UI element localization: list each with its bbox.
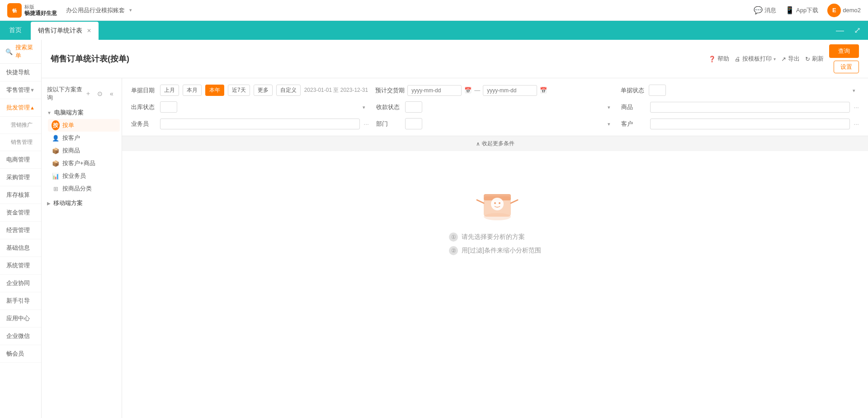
sidebar-item-ecommerce[interactable]: 电商管理 (0, 151, 41, 169)
app-name-text: 办公用品行业模拟账套 (66, 6, 125, 14)
sidebar-item-basic[interactable]: 基础信息 (0, 239, 41, 257)
tab-stats[interactable]: 销售订单统计表 ✕ (31, 22, 99, 40)
expected-date-start-input[interactable] (407, 85, 462, 96)
tree-child-by-salesman[interactable]: 📊 按业务员 (48, 170, 120, 182)
right-panel: 单据日期 上月 本月 本年 近7天 更多 自定义 2023-01-01 至 20… (122, 78, 868, 418)
date-btn-thisyear[interactable]: 本年 (205, 85, 224, 96)
print-icon: 🖨 (735, 56, 741, 62)
date-btn-thismonth[interactable]: 本月 (183, 85, 202, 96)
settings-scheme-button[interactable]: ⊙ (95, 89, 104, 98)
sidebar-item-purchase[interactable]: 采购管理 (0, 169, 41, 186)
collapse-bar[interactable]: ∧ 收起更多条件 (122, 136, 868, 151)
empty-tip-2: ② 用[过滤]条件来缩小分析范围 (449, 246, 541, 255)
app-download-button[interactable]: 📱 App下载 (785, 6, 818, 14)
sidebar-item-appcenter[interactable]: 应用中心 (0, 310, 41, 328)
status-label: 单据状态 (621, 86, 646, 95)
tree-child-by-customer[interactable]: 👤 按客户 (48, 132, 120, 144)
sidebar-item-operations[interactable]: 经营管理 (0, 222, 41, 239)
salesman-input[interactable] (160, 119, 360, 129)
top-bar: 畅 标版 畅捷通好生意 办公用品行业模拟账套 ▾ 💬 消息 📱 App下载 E … (0, 0, 868, 21)
tree-parent-mobile[interactable]: ▶ 移动端方案 (43, 197, 120, 209)
tab-bar: 首页 销售订单统计表 ✕ — ⤢ (0, 21, 868, 40)
tree-child-by-customer-goods[interactable]: 📦 按客户+商品 (48, 157, 120, 170)
customer-input[interactable] (650, 119, 850, 129)
sidebar-item-wholesale[interactable]: 批发管理 ▲ (0, 99, 41, 117)
sidebar-search[interactable]: 🔍 搜索菜单 (0, 40, 41, 64)
goods-dots-button[interactable]: ··· (854, 104, 859, 111)
app-download-icon: 📱 (785, 6, 794, 14)
content-area: 销售订单统计表(按单) ❓ 帮助 🖨 按模板打印 ▾ ↗ 导出 ↻ 刷新 (42, 40, 868, 418)
logo-text-area: 标版 畅捷通好生意 (24, 4, 57, 17)
tree-child-by-category[interactable]: ⊞ 按商品分类 (48, 182, 120, 195)
help-icon: ❓ (708, 56, 716, 62)
sidebar-label-wholesale: 批发管理 (6, 104, 30, 112)
customer-label: 客户 (621, 120, 646, 128)
refresh-icon: ↻ (805, 56, 810, 62)
sidebar-item-sales[interactable]: 销售管理 (0, 134, 41, 151)
date-btn-lastmonth[interactable]: 上月 (160, 85, 179, 96)
out-status-select[interactable] (160, 101, 177, 113)
date-btn-custom[interactable]: 自定义 (276, 85, 301, 96)
sidebar-item-member[interactable]: 畅会员 (0, 345, 41, 363)
customer-dots-button[interactable]: ··· (854, 120, 859, 128)
app-name-dropdown-arrow[interactable]: ▾ (129, 7, 132, 13)
message-button[interactable]: 💬 消息 (754, 6, 776, 14)
sidebar-search-label: 搜索菜单 (15, 43, 36, 60)
user-name: demo2 (843, 7, 861, 14)
date-range-text: 2023-01-01 至 2023-12-31 (304, 86, 368, 94)
tree-child-by-order[interactable]: 按 按单 (48, 119, 120, 132)
sidebar-item-enterprise-wx[interactable]: 企业微信 (0, 328, 41, 345)
dept-select[interactable] (405, 118, 422, 129)
filter-area: 单据日期 上月 本月 本年 近7天 更多 自定义 2023-01-01 至 20… (122, 78, 868, 136)
add-scheme-button[interactable]: ＋ (84, 89, 93, 98)
tree-child-by-goods[interactable]: 📦 按商品 (48, 144, 120, 157)
tree-children-pc: 按 按单 👤 按客户 📦 按商品 � (43, 119, 120, 195)
status-select[interactable] (649, 85, 666, 96)
tab-stats-close-icon[interactable]: ✕ (87, 28, 91, 34)
full-header: 销售订单统计表(按单) ❓ 帮助 🖨 按模板打印 ▾ ↗ 导出 ↻ 刷新 (42, 40, 868, 78)
tab-minimize-button[interactable]: — (834, 24, 846, 37)
svg-text:畅: 畅 (12, 8, 17, 13)
export-label: 导出 (788, 55, 800, 63)
collapse-panel-button[interactable]: « (107, 89, 116, 98)
sidebar-item-retail[interactable]: 零售管理 ▼ (0, 81, 41, 99)
filter-row-2: 出库状态 收款状态 (131, 101, 859, 113)
tree-child-by-customer-label: 按客户 (62, 134, 80, 142)
tab-maximize-button[interactable]: ⤢ (851, 24, 863, 37)
date-btn-more[interactable]: 更多 (254, 85, 273, 96)
by-customer-icon: 👤 (52, 134, 60, 142)
sidebar-label-purchase: 采购管理 (6, 173, 30, 181)
message-label: 消息 (764, 6, 776, 14)
salesman-dots-button[interactable]: ··· (363, 120, 369, 128)
refresh-button[interactable]: ↻ 刷新 (805, 55, 824, 63)
tab-home[interactable]: 首页 (0, 21, 31, 40)
sidebar-item-shortcut[interactable]: 快捷导航 (0, 64, 41, 81)
sidebar-nav-label-shortcut: 快捷导航 (6, 68, 30, 76)
sidebar-label-retail: 零售管理 (6, 86, 30, 94)
sidebar-item-newbie[interactable]: 新手引导 (0, 292, 41, 310)
query-button[interactable]: 查询 (829, 44, 859, 58)
logo-icon: 畅 (7, 3, 22, 18)
export-button[interactable]: ↗ 导出 (781, 55, 800, 63)
date-btn-7days[interactable]: 近7天 (228, 85, 250, 96)
sidebar-item-finance[interactable]: 资金管理 (0, 204, 41, 222)
sidebar-item-system[interactable]: 系统管理 (0, 257, 41, 275)
left-panel: 按以下方案查询 ＋ ⊙ « ▼ 电脑端方案 (42, 78, 122, 418)
tree-parent-pc[interactable]: ▼ 电脑端方案 (43, 106, 120, 119)
sidebar-item-marketing[interactable]: 营销推广 (0, 117, 41, 134)
sidebar-item-inventory[interactable]: 库存核算 (0, 186, 41, 204)
panel-header-text: 按以下方案查询 (47, 86, 84, 102)
help-button[interactable]: ❓ 帮助 (708, 55, 729, 63)
collect-status-select[interactable] (405, 101, 422, 113)
logo-area[interactable]: 畅 标版 畅捷通好生意 (7, 3, 57, 18)
tab-stats-label: 销售订单统计表 (38, 27, 82, 35)
user-profile[interactable]: E demo2 (827, 4, 861, 17)
svg-point-6 (494, 202, 496, 204)
settings-button[interactable]: 设置 (834, 61, 859, 73)
sidebar-label-cooperation: 企业协同 (6, 279, 30, 287)
expected-date-end-input[interactable] (483, 85, 537, 96)
sidebar-item-cooperation[interactable]: 企业协同 (0, 275, 41, 292)
template-print-button[interactable]: 🖨 按模板打印 ▾ (735, 55, 776, 63)
top-bar-right: 💬 消息 📱 App下载 E demo2 (754, 4, 861, 17)
goods-input[interactable] (650, 102, 850, 113)
